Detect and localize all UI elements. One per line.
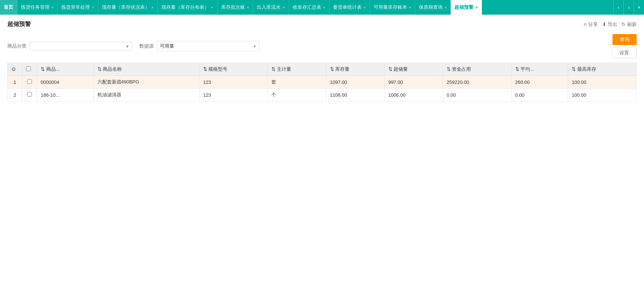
col-stock-header: ⇅ 库存量 (326, 63, 384, 76)
top-navigation: 首页 拣货任务管理 × 拣货异常处理 × 现存量（库存状况表） × 现存量（库存… (0, 0, 644, 15)
filter-buttons: 查询 设置 (612, 34, 637, 58)
nav-arrow-right[interactable]: › (623, 0, 634, 15)
datasource-chevron-icon: ▾ (253, 44, 256, 49)
nav-task-mgmt[interactable]: 拣货任务管理 × (17, 0, 58, 15)
close-expiry[interactable]: × (444, 5, 447, 10)
export-icon: ⬇ (602, 22, 606, 27)
row-spec: 123 (199, 76, 268, 89)
nav-abnormal[interactable]: 拣货异常处理 × (58, 0, 98, 15)
col-code-header: ⇅ 商品... (37, 63, 94, 76)
table-row: 1 0000004 六配套新昌490BPG 123 套 1097.00 997.… (8, 76, 637, 89)
col-settings: ⚙ (8, 63, 22, 76)
close-overstock[interactable]: × (475, 5, 477, 10)
row-name: 机油滤清器 (94, 89, 199, 101)
col-checkbox-header (22, 63, 37, 76)
col-name-header: ⇅ 商品名称 (94, 63, 199, 76)
table-row: 2 186-10... 机油滤清器 123 个 1106.00 1006.00 … (8, 89, 637, 101)
nav-home[interactable]: 首页 (0, 0, 17, 15)
row-avg: 260.00 (511, 76, 568, 89)
close-abnormal[interactable]: × (92, 5, 94, 10)
datasource-label: 数据源 (139, 43, 154, 49)
nav-arrow-left[interactable]: ‹ (613, 0, 623, 15)
header-actions: ⎋ 分享 ⬇ 导出 ↻ 刷新 (584, 21, 637, 28)
share-link[interactable]: ⎋ 分享 (584, 21, 598, 28)
nav-batch[interactable]: 库存批次账 × (217, 0, 253, 15)
close-task-mgmt[interactable]: × (51, 5, 54, 10)
row-code: 0000004 (37, 76, 94, 89)
row-overstock: 997.00 (384, 76, 443, 89)
col-max-stock-header: ⇅ 最高库存 (568, 63, 637, 76)
row-checkbox-cell (22, 76, 37, 89)
close-available-ledger[interactable]: × (409, 5, 411, 10)
row-index: 1 (8, 76, 22, 89)
row-stock: 1097.00 (326, 76, 384, 89)
query-button[interactable]: 查询 (612, 34, 637, 45)
datasource-filter-group: 数据源 可用量 ▾ (139, 41, 259, 51)
nav-arrow-close[interactable]: × (634, 0, 644, 15)
row-unit: 个 (268, 89, 326, 101)
category-label: 商品分类 (7, 43, 26, 49)
row-unit: 套 (268, 76, 326, 89)
row-stock: 1106.00 (326, 89, 384, 101)
nav-expiry[interactable]: 保质期查询 × (415, 0, 451, 15)
nav-inout-flow[interactable]: 出入库流水 × (253, 0, 289, 15)
row-spec: 123 (199, 89, 268, 101)
page-content: 超储预警 ⎋ 分享 ⬇ 导出 ↻ 刷新 商品分类 ▾ 数据源 (0, 15, 644, 293)
nav-requisition[interactable]: 要货单统计表 × (329, 0, 370, 15)
category-select[interactable]: ▾ (29, 42, 132, 51)
col-spec-header: ⇅ 规格型号 (199, 63, 268, 76)
row-checkbox-cell (22, 89, 37, 101)
data-table: ⚙ ⇅ 商品... ⇅ 商品名称 ⇅ 规格型号 ⇅ (7, 63, 637, 101)
refresh-link[interactable]: ↻ 刷新 (622, 21, 637, 28)
row-max-stock: 100.00 (568, 89, 637, 101)
row-capital: 0.00 (443, 89, 511, 101)
row-index: 2 (8, 89, 22, 101)
export-link[interactable]: ⬇ 导出 (602, 21, 617, 28)
close-requisition[interactable]: × (363, 5, 366, 10)
col-unit-header: ⇅ 主计量 (268, 63, 326, 76)
row-checkbox[interactable] (27, 92, 32, 97)
nav-collect-send[interactable]: 收发存汇总表 × (289, 0, 329, 15)
row-name: 六配套新昌490BPG (94, 76, 199, 89)
row-avg: 0.00 (511, 89, 568, 101)
col-capital-header: ⇅ 资金占用 (443, 63, 511, 76)
row-overstock: 1006.00 (384, 89, 443, 101)
row-max-stock: 100.00 (568, 76, 637, 89)
settings-gear-icon[interactable]: ⚙ (11, 66, 16, 72)
row-checkbox[interactable] (27, 79, 32, 84)
nav-available-ledger[interactable]: 可用量库存账本 × (370, 0, 415, 15)
share-icon: ⎋ (584, 22, 587, 27)
close-inout-flow[interactable]: × (282, 5, 285, 10)
nav-inventory-dist[interactable]: 现存量（库存分布表） × (158, 0, 217, 15)
settings-button[interactable]: 设置 (612, 47, 637, 58)
page-header: 超储预警 ⎋ 分享 ⬇ 导出 ↻ 刷新 (7, 21, 637, 28)
refresh-icon: ↻ (622, 22, 626, 27)
nav-overstock[interactable]: 超储预警 × (451, 0, 482, 15)
nav-arrows: ‹ › × (613, 0, 644, 15)
datasource-select[interactable]: 可用量 ▾ (157, 41, 259, 51)
col-overstock-header: ⇅ 超储量 (384, 63, 443, 76)
close-inventory-status[interactable]: × (151, 5, 154, 10)
close-inventory-dist[interactable]: × (211, 5, 213, 10)
row-code: 186-10... (37, 89, 94, 101)
category-chevron-icon: ▾ (126, 44, 129, 49)
close-batch[interactable]: × (247, 5, 249, 10)
select-all-checkbox[interactable] (26, 66, 31, 71)
close-collect-send[interactable]: × (323, 5, 325, 10)
page-title: 超储预警 (7, 21, 31, 28)
table-header-row: ⚙ ⇅ 商品... ⇅ 商品名称 ⇅ 规格型号 ⇅ (8, 63, 637, 76)
row-capital: 259220.00 (443, 76, 511, 89)
nav-inventory-status[interactable]: 现存量（库存状况表） × (98, 0, 158, 15)
datasource-value: 可用量 (160, 43, 174, 49)
category-filter-group: 商品分类 ▾ (7, 42, 132, 51)
filter-row: 商品分类 ▾ 数据源 可用量 ▾ 查询 设置 (7, 34, 637, 58)
col-avg-header: ⇅ 平均... (511, 63, 568, 76)
